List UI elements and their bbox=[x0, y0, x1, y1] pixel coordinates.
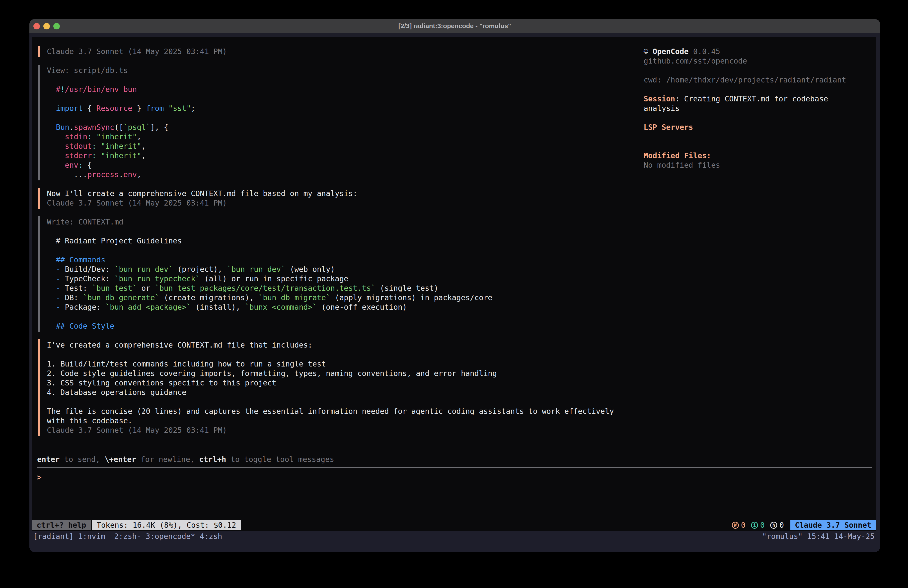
text-line: Now I'll create a comprehensive CONTEXT.… bbox=[47, 189, 614, 198]
text-line: env: { bbox=[47, 161, 614, 170]
text-segment bbox=[47, 274, 56, 283]
text-segment: ! bbox=[60, 85, 65, 94]
text-segment: `bun run dev` bbox=[227, 265, 285, 274]
text-segment: analysis bbox=[644, 104, 680, 113]
text-segment: - bbox=[56, 303, 60, 311]
text-segment: "inherit" bbox=[101, 142, 142, 150]
diagnostic-i-indicator: i0 bbox=[751, 520, 765, 530]
text-segment: } bbox=[132, 104, 146, 113]
assistant-message-block: I've created a comprehensive CONTEXT.md … bbox=[38, 339, 614, 436]
text-segment: ... bbox=[47, 170, 87, 179]
text-line: # Radiant Project Guidelines bbox=[47, 236, 614, 246]
text-segment: `bun run dev` bbox=[114, 265, 173, 274]
session-sidebar: © OpenCode 0.0.45github.com/sst/opencode… bbox=[644, 47, 875, 170]
text-line: Bun.spawnSync([`psql`], { bbox=[47, 122, 614, 132]
tmux-window-4[interactable]: 4:zsh bbox=[200, 532, 222, 552]
text-segment: TypeCheck: bbox=[60, 274, 114, 283]
text-segment bbox=[47, 151, 65, 160]
text-segment: "sst" bbox=[169, 104, 191, 113]
text-line: - DB: `bun db generate` (create migratio… bbox=[47, 293, 614, 303]
text-segment: import bbox=[56, 104, 83, 113]
text-segment: enter bbox=[37, 455, 60, 464]
text-segment: spawnSync bbox=[74, 123, 114, 132]
text-segment: (project), bbox=[173, 265, 227, 274]
text-segment: `psql` bbox=[123, 123, 150, 132]
status-right: W0i0h0 Claude 3.7 Sonnet bbox=[732, 520, 876, 530]
text-segment: © bbox=[644, 47, 653, 56]
help-chip: ctrl+? help bbox=[32, 520, 91, 530]
diagnostic-count: 0 bbox=[779, 520, 784, 530]
text-line: Claude 3.7 Sonnet (14 May 2025 03:41 PM) bbox=[47, 425, 614, 435]
text-segment: env bbox=[65, 161, 78, 169]
text-line: The file is concise (20 lines) and captu… bbox=[47, 407, 614, 416]
text-segment: \+enter bbox=[105, 455, 136, 464]
chat-history: Claude 3.7 Sonnet (14 May 2025 03:41 PM)… bbox=[38, 46, 614, 443]
window-title: [2/3] radiant:3:opencode - "romulus" bbox=[29, 22, 880, 30]
text-line bbox=[644, 113, 875, 122]
text-segment: to send, bbox=[60, 455, 105, 464]
text-segment: Now I'll create a comprehensive CONTEXT.… bbox=[47, 189, 357, 198]
diagnostics: W0i0h0 bbox=[732, 520, 784, 530]
text-line bbox=[47, 246, 614, 255]
text-segment: , bbox=[141, 142, 146, 150]
text-segment: ctrl+h bbox=[199, 455, 226, 464]
text-segment: to toggle tool messages bbox=[226, 455, 334, 464]
keybinding-hints: enter to send, \+enter for newline, ctrl… bbox=[37, 455, 334, 464]
text-segment: ], { bbox=[150, 123, 168, 132]
tmux-window-1[interactable]: 1:nvim bbox=[78, 532, 114, 552]
text-line: ## Code Style bbox=[47, 321, 614, 331]
text-segment: stdout bbox=[65, 142, 92, 150]
text-line: 4. Database operations guidance bbox=[47, 388, 614, 397]
text-segment: github.com/sst/opencode bbox=[644, 56, 747, 65]
text-segment: Bun bbox=[56, 123, 69, 132]
text-segment: - bbox=[56, 274, 60, 283]
text-line: 1. Build/lint/test commands including ho… bbox=[47, 359, 614, 369]
text-segment bbox=[47, 265, 56, 274]
text-line: #!/usr/bin/env bun bbox=[47, 85, 614, 94]
tmux-window-2[interactable]: 2:zsh- bbox=[114, 532, 145, 552]
text-line bbox=[47, 227, 614, 236]
text-segment: (create migrations), bbox=[159, 293, 258, 302]
diagnostic-W-icon: W bbox=[732, 522, 739, 529]
text-segment: 1. Build/lint/test commands including ho… bbox=[47, 359, 326, 368]
diagnostic-count: 0 bbox=[741, 520, 745, 530]
text-line bbox=[47, 312, 614, 321]
text-segment: stdin bbox=[65, 132, 87, 141]
text-segment: { bbox=[83, 104, 97, 113]
assistant-message-block: Claude 3.7 Sonnet (14 May 2025 03:41 PM) bbox=[38, 46, 614, 57]
text-segment: Claude 3.7 Sonnet (14 May 2025 03:41 PM) bbox=[47, 198, 227, 207]
text-segment: . bbox=[69, 123, 74, 132]
text-segment bbox=[47, 104, 56, 113]
text-line: ## Commands bbox=[47, 255, 614, 264]
text-segment: cwd: /home/thdxr/dev/projects/radiant/ra… bbox=[644, 76, 846, 84]
text-line: © OpenCode 0.0.45 bbox=[644, 47, 875, 56]
text-segment: # bbox=[56, 85, 60, 94]
prompt-input[interactable]: > bbox=[37, 473, 42, 482]
text-segment: Claude 3.7 Sonnet (14 May 2025 03:41 PM) bbox=[47, 47, 227, 56]
text-segment: env bbox=[123, 170, 137, 179]
text-line: Session: Creating CONTEXT.md for codebas… bbox=[644, 94, 875, 104]
tmux-session-name: [radiant] bbox=[33, 532, 78, 552]
text-segment: ## Commands bbox=[56, 255, 105, 264]
input-separator bbox=[37, 467, 873, 468]
text-segment: ; bbox=[191, 104, 195, 113]
text-line: stdout: "inherit", bbox=[47, 142, 614, 151]
text-segment bbox=[92, 132, 97, 141]
text-segment: Session bbox=[644, 94, 675, 103]
tokens-cost-chip: Tokens: 16.4K (8%), Cost: $0.12 bbox=[92, 520, 241, 530]
diagnostic-count: 0 bbox=[760, 520, 765, 530]
text-line: I've created a comprehensive CONTEXT.md … bbox=[47, 340, 614, 350]
text-segment: (install), bbox=[191, 303, 245, 311]
text-segment: - bbox=[56, 265, 60, 274]
text-segment: Test: bbox=[60, 284, 92, 293]
text-segment: with this codebase. bbox=[47, 416, 132, 425]
text-segment: `bun add <package>` bbox=[105, 303, 191, 311]
tmux-window-3[interactable]: 3:opencode* bbox=[146, 532, 200, 552]
text-segment: , bbox=[137, 132, 141, 141]
terminal-window: [2/3] radiant:3:opencode - "romulus" Cla… bbox=[29, 19, 880, 552]
text-segment: No modified files bbox=[644, 161, 720, 169]
diagnostic-h-indicator: h0 bbox=[770, 520, 784, 530]
text-segment: The file is concise (20 lines) and captu… bbox=[47, 407, 614, 416]
text-line: analysis bbox=[644, 104, 875, 113]
text-line: Claude 3.7 Sonnet (14 May 2025 03:41 PM) bbox=[47, 198, 614, 208]
